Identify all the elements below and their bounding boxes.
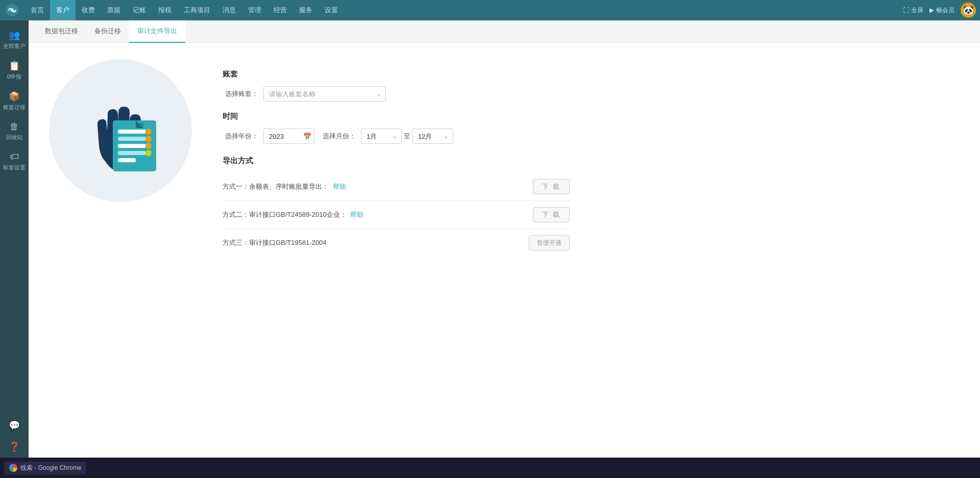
time-row: 选择年份： 📅 选择月份： 1月2月3月4月 5月6月7月8月 9月10月11月… (223, 129, 570, 144)
tag-settings-icon: 🏷 (10, 152, 19, 162)
member-icon: ▶ (929, 7, 934, 14)
help-icon: ❓ (9, 441, 20, 452)
nav-settings[interactable]: 设置 (318, 0, 344, 20)
nav-bookkeeping[interactable]: 记账 (127, 0, 152, 20)
export-method-1-help[interactable]: 帮助 (333, 183, 346, 190)
form-area: 账套 选择账套： 请输入账套名称 时间 选择年份： (223, 59, 570, 257)
nav-items: 首页 客户 收费 票据 记账 报税 工商项目 消息 管理 经营 服务 设置 (24, 0, 903, 20)
zero-declare-icon: 📋 (9, 60, 20, 71)
sidebar-item-label: 全部客户 (3, 42, 26, 50)
export-method-1: 方式一：余额表、序时账批量导出： 帮助 下 载 (223, 173, 570, 201)
sidebar: 👥 全部客户 📋 0申报 📦 账套迁移 🗑 回收站 🏷 标签设置 💬 ❓ (0, 20, 29, 458)
svg-point-1 (11, 9, 14, 12)
sidebar-item-account-migration[interactable]: 📦 账套迁移 (0, 86, 29, 116)
svg-rect-4 (118, 137, 146, 141)
content-area: 数据包迁移 备份迁移 审计文件导出 (29, 20, 980, 458)
main-layout: 👥 全部客户 📋 0申报 📦 账套迁移 🗑 回收站 🏷 标签设置 💬 ❓ (0, 20, 980, 458)
page-content: 账套 选择账套： 请输入账套名称 时间 选择年份： (29, 43, 980, 458)
svg-rect-3 (118, 130, 146, 134)
time-section: 时间 (223, 112, 570, 121)
recycle-bin-icon: 🗑 (10, 121, 19, 132)
sidebar-item-tag-settings[interactable]: 🏷 标签设置 (0, 146, 29, 177)
month-label: 选择月份： (323, 132, 356, 141)
nav-invoice[interactable]: 票据 (101, 0, 127, 20)
export-method-3-coming-soon-btn[interactable]: 暂缓开通 (529, 235, 570, 250)
year-input[interactable] (263, 129, 314, 144)
nav-manage[interactable]: 管理 (242, 0, 267, 20)
nav-operation[interactable]: 经营 (267, 0, 293, 20)
fullscreen-btn[interactable]: ⛶ 全屏 (903, 6, 923, 15)
sidebar-item-zero-declare[interactable]: 📋 0申报 (0, 55, 29, 86)
time-section-title: 时间 (223, 112, 570, 121)
month-start-select[interactable]: 1月2月3月4月 5月6月7月8月 9月10月11月12月 (361, 129, 402, 144)
sidebar-item-recycle-bin[interactable]: 🗑 回收站 (0, 116, 29, 146)
account-migration-icon: 📦 (9, 91, 20, 102)
year-label: 选择年份： (223, 132, 258, 141)
sidebar-bottom: 💬 ❓ (0, 415, 29, 458)
export-method-2-download-btn[interactable]: 下 载 (533, 207, 570, 222)
sidebar-item-help[interactable]: ❓ (0, 436, 29, 458)
sidebar-item-label: 标签设置 (3, 164, 26, 171)
account-section-title: 账套 (223, 69, 570, 79)
fullscreen-label: 全屏 (911, 6, 923, 15)
taskbar: 线索 - Google Chrome (0, 458, 980, 478)
tab-backup-migration[interactable]: 备份迁移 (86, 20, 129, 43)
sidebar-item-label: 回收站 (6, 134, 23, 141)
nav-message[interactable]: 消息 (216, 0, 242, 20)
svg-point-9 (145, 136, 152, 142)
svg-rect-5 (118, 144, 146, 148)
user-avatar[interactable]: 🐼 (961, 3, 976, 18)
svg-point-10 (145, 143, 152, 149)
svg-point-8 (145, 129, 152, 135)
export-method-1-download-btn[interactable]: 下 载 (533, 179, 570, 194)
account-label: 选择账套： (223, 89, 258, 98)
nav-customer[interactable]: 客户 (50, 0, 76, 20)
svg-point-11 (145, 150, 152, 156)
export-method-3-label: 方式三：审计接口GB/T19581-2004 (223, 238, 529, 247)
tab-bar: 数据包迁移 备份迁移 审计文件导出 (29, 20, 980, 43)
svg-rect-6 (118, 151, 146, 155)
chrome-icon (9, 464, 17, 472)
chat-icon: 💬 (9, 420, 20, 431)
sidebar-item-chat[interactable]: 💬 (0, 415, 29, 436)
tab-audit-export[interactable]: 审计文件导出 (129, 20, 185, 43)
app-logo (4, 2, 20, 18)
export-method-2: 方式二：审计接口GB/T24589-2010企业： 帮助 下 载 (223, 201, 570, 229)
export-method-2-help[interactable]: 帮助 (350, 211, 363, 218)
nav-fee[interactable]: 收费 (76, 0, 101, 20)
taskbar-chrome[interactable]: 线索 - Google Chrome (4, 462, 86, 474)
fullscreen-icon: ⛶ (903, 7, 909, 14)
top-nav-right: ⛶ 全屏 ▶ 畅会员 🐼 (903, 3, 976, 18)
nav-home[interactable]: 首页 (24, 0, 50, 20)
member-label: 畅会员 (936, 6, 954, 15)
sidebar-item-label: 账套迁移 (3, 104, 26, 111)
export-method-2-label: 方式二：审计接口GB/T24589-2010企业： 帮助 (223, 210, 533, 219)
month-end-wrap: 1月2月3月4月 5月6月7月8月 9月10月11月12月 (412, 129, 453, 144)
month-end-select[interactable]: 1月2月3月4月 5月6月7月8月 9月10月11月12月 (412, 129, 453, 144)
export-method-1-label: 方式一：余额表、序时账批量导出： 帮助 (223, 182, 533, 191)
export-section-title: 导出方式 (223, 156, 570, 166)
sidebar-item-label: 0申报 (7, 73, 21, 81)
account-row: 选择账套： 请输入账套名称 (223, 86, 570, 102)
nav-tax[interactable]: 报税 (152, 0, 178, 20)
account-select-wrap: 请输入账套名称 (263, 86, 386, 102)
illustration (49, 59, 192, 202)
month-start-wrap: 1月2月3月4月 5月6月7月8月 9月10月11月12月 (361, 129, 402, 144)
tab-data-migration[interactable]: 数据包迁移 (37, 20, 86, 43)
nav-bizproject[interactable]: 工商项目 (178, 0, 216, 20)
taskbar-chrome-label: 线索 - Google Chrome (20, 464, 81, 472)
year-input-wrap: 📅 (263, 129, 314, 144)
to-label: 至 (402, 132, 412, 141)
sidebar-item-all-customers[interactable]: 👥 全部客户 (0, 24, 29, 55)
member-btn[interactable]: ▶ 畅会员 (929, 6, 954, 15)
nav-service[interactable]: 服务 (293, 0, 318, 20)
top-nav: 首页 客户 收费 票据 记账 报税 工商项目 消息 管理 经营 服务 设置 ⛶ … (0, 0, 980, 20)
svg-rect-7 (118, 158, 136, 162)
export-method-3: 方式三：审计接口GB/T19581-2004 暂缓开通 (223, 229, 570, 257)
all-customers-icon: 👥 (9, 30, 20, 41)
account-select[interactable]: 请输入账套名称 (263, 86, 386, 102)
export-section: 导出方式 方式一：余额表、序时账批量导出： 帮助 下 载 方式二：审计接口GB/… (223, 156, 570, 257)
